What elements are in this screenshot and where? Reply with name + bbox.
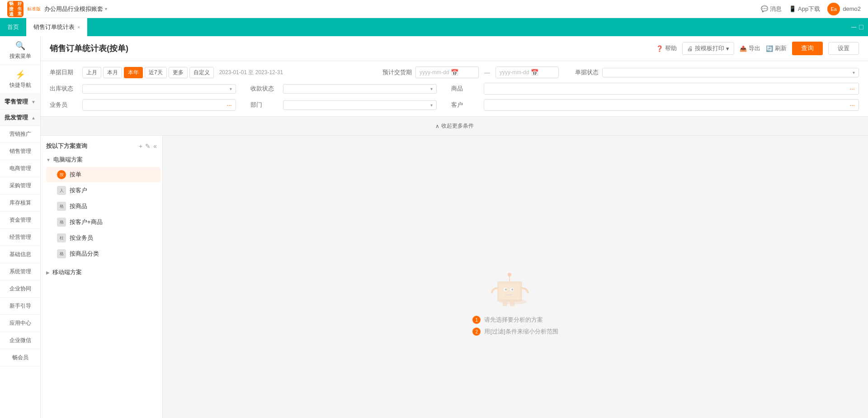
maximize-icon[interactable]: □ — [859, 23, 863, 31]
sidebar-item-beginner[interactable]: 新手引导 — [0, 298, 40, 315]
out-status-arrow-icon: ▾ — [230, 86, 232, 91]
workspace-dropdown-icon: ▾ — [105, 6, 107, 11]
scheme-item-by-customer[interactable]: 人 按客户 — [46, 183, 160, 198]
message-button[interactable]: 💬 消息 — [761, 5, 782, 13]
empty-state: 1 请先选择要分析的方案 2 用[过滤]条件来缩小分析范围 — [472, 181, 558, 418]
sidebar-item-enterprise-wechat[interactable]: 企业微信 — [0, 332, 40, 349]
topbar: 畅捷通 好生意 标准版 办公用品行业模拟账套 ▾ 💬 消息 📱 App下载 Ea… — [0, 0, 868, 18]
scheme-item-by-salesman[interactable]: 柱 按业务员 — [46, 230, 160, 246]
scheme-item-label-goods: 按商品 — [70, 202, 87, 210]
sidebar-item-purchase[interactable]: 采购管理 — [0, 177, 40, 195]
customer-select[interactable]: ··· — [484, 99, 859, 111]
sidebar-item-retail[interactable]: 零售管理 ▼ — [0, 94, 40, 110]
expected-date-start[interactable]: yyyy-mm-dd 📅 — [415, 66, 479, 78]
sidebar-item-member[interactable]: 畅会员 — [0, 349, 40, 366]
help-button[interactable]: ❓ 帮助 — [656, 44, 677, 52]
salesman-label: 业务员 — [50, 101, 75, 109]
goods-dots[interactable]: ··· — [849, 85, 855, 92]
refresh-icon: 🔄 — [766, 45, 773, 52]
tab-home[interactable]: 首页 — [0, 18, 26, 36]
expected-date-label: 预计交货期 — [382, 68, 412, 76]
avatar: Ea — [827, 3, 840, 15]
filter-row-date: 单据日期 上月 本月 本年 近7天 更多 自定义 2023-01-01 至 20… — [50, 66, 859, 78]
workspace-selector[interactable]: 办公用品行业模拟账套 ▾ — [44, 5, 107, 13]
sidebar-item-marketing[interactable]: 营销推广 — [0, 126, 40, 143]
date-btn-this-year[interactable]: 本年 — [124, 67, 143, 78]
customer-label: 客户 — [451, 101, 476, 109]
filter-panel: 单据日期 上月 本月 本年 近7天 更多 自定义 2023-01-01 至 20… — [41, 61, 868, 117]
export-button[interactable]: 📤 导出 — [740, 44, 760, 52]
data-area: 1 请先选择要分析的方案 2 用[过滤]条件来缩小分析范围 — [163, 136, 868, 418]
out-status-select[interactable]: ▾ — [82, 84, 236, 94]
date-btn-last-month[interactable]: 上月 — [82, 67, 101, 78]
message-icon: 💬 — [761, 5, 768, 12]
svg-point-5 — [505, 289, 507, 290]
print-dropdown-icon: ▾ — [726, 45, 729, 52]
app-download-button[interactable]: 📱 App下载 — [789, 5, 820, 13]
sidebar-item-quick-nav[interactable]: ⚡ 快捷导航 — [0, 65, 40, 94]
date-btn-more[interactable]: 更多 — [169, 67, 188, 78]
logo: 畅捷通 好生意 — [7, 1, 24, 17]
query-button[interactable]: 查询 — [792, 42, 823, 55]
payment-status-label: 收款状态 — [250, 85, 276, 93]
expected-date-end[interactable]: yyyy-mm-dd 📅 — [495, 66, 559, 78]
out-status-label: 出库状态 — [50, 85, 75, 93]
sidebar-item-system[interactable]: 系统管理 — [0, 263, 40, 280]
tab-close-icon[interactable]: × — [77, 24, 80, 30]
scheme-item-by-category[interactable]: 格 按商品分类 — [46, 246, 160, 261]
status-select[interactable]: ▾ — [602, 68, 859, 77]
svg-rect-10 — [510, 302, 514, 306]
scheme-item-by-goods[interactable]: 格 按商品 — [46, 199, 160, 214]
mobile-group-arrow-icon: ▶ — [46, 270, 50, 275]
sidebar-item-basic-info[interactable]: 基础信息 — [0, 246, 40, 263]
tab-sales-order-stats[interactable]: 销售订单统计表 × — [26, 18, 87, 36]
minimize-icon[interactable]: ─ — [851, 23, 856, 31]
goods-select[interactable]: ··· — [484, 83, 859, 95]
payment-status-arrow-icon: ▾ — [430, 86, 433, 91]
date-btn-this-month[interactable]: 本月 — [103, 67, 122, 78]
calendar-start-icon[interactable]: 📅 — [451, 69, 458, 76]
sidebar-item-finance[interactable]: 资金管理 — [0, 212, 40, 229]
scheme-pc-group-header[interactable]: ▼ 电脑端方案 — [41, 153, 162, 166]
date-btn-7days[interactable]: 近7天 — [145, 67, 167, 78]
date-separator: — — [484, 69, 490, 76]
sidebar-item-sales[interactable]: 销售管理 — [0, 143, 40, 160]
sidebar-item-inventory[interactable]: 库存核算 — [0, 195, 40, 212]
scheme-edit-button[interactable]: ✎ — [145, 142, 151, 150]
user-menu[interactable]: Ea demo2 — [827, 3, 861, 15]
sidebar-item-wholesale[interactable]: 批发管理 ▲ — [0, 110, 40, 126]
date-btn-custom[interactable]: 自定义 — [189, 67, 214, 78]
refresh-button[interactable]: 🔄 刷新 — [766, 44, 787, 52]
svg-point-8 — [508, 273, 511, 276]
empty-tip-2: 2 用[过滤]条件来缩小分析范围 — [472, 328, 558, 336]
scheme-item-label-category: 按商品分类 — [70, 250, 99, 258]
sidebar-item-operations[interactable]: 经营管理 — [0, 229, 40, 246]
scheme-item-by-order[interactable]: 按 按单 — [46, 167, 160, 182]
print-button[interactable]: 🖨 按模板打印 ▾ — [682, 42, 734, 55]
settings-button[interactable]: 设置 — [828, 42, 859, 55]
scheme-collapse-button[interactable]: « — [153, 142, 157, 150]
calendar-end-icon[interactable]: 📅 — [531, 69, 538, 76]
salesman-select[interactable]: ··· — [82, 99, 236, 111]
salesman-dots[interactable]: ··· — [226, 101, 232, 109]
main-layout: 🔍 搜索菜单 ⚡ 快捷导航 零售管理 ▼ 批发管理 ▲ 营销推广 销售管理 电商… — [0, 36, 868, 418]
collapse-button[interactable]: ∧ 收起更多条件 — [430, 120, 479, 132]
scheme-item-by-customer-goods[interactable]: 格 按客户+商品 — [46, 214, 160, 230]
search-icon: 🔍 — [15, 41, 25, 51]
date-filter-label: 单据日期 — [50, 68, 75, 76]
page-title: 销售订单统计表(按单) — [50, 43, 128, 59]
sidebar-item-ecommerce[interactable]: 电商管理 — [0, 160, 40, 177]
sidebar-item-app-center[interactable]: 应用中心 — [0, 315, 40, 332]
sidebar-item-enterprise-collab[interactable]: 企业协同 — [0, 280, 40, 298]
content-body: 按以下方案查询 + ✎ « ▼ 电脑端方案 按 按单 — [41, 136, 868, 418]
pc-group-arrow-icon: ▼ — [46, 157, 51, 162]
scheme-mobile-group-header[interactable]: ▶ 移动端方案 — [41, 266, 162, 279]
customer-dots[interactable]: ··· — [849, 101, 855, 109]
sidebar-item-search[interactable]: 🔍 搜索菜单 — [0, 36, 40, 65]
scheme-item-label-order: 按单 — [70, 171, 81, 179]
nav-tab-end: ─ □ — [847, 18, 868, 36]
scheme-add-button[interactable]: + — [139, 142, 142, 150]
dept-select[interactable]: ▾ — [283, 100, 437, 110]
topbar-left: 畅捷通 好生意 标准版 办公用品行业模拟账套 ▾ — [7, 1, 107, 17]
payment-status-select[interactable]: ▾ — [283, 84, 437, 94]
